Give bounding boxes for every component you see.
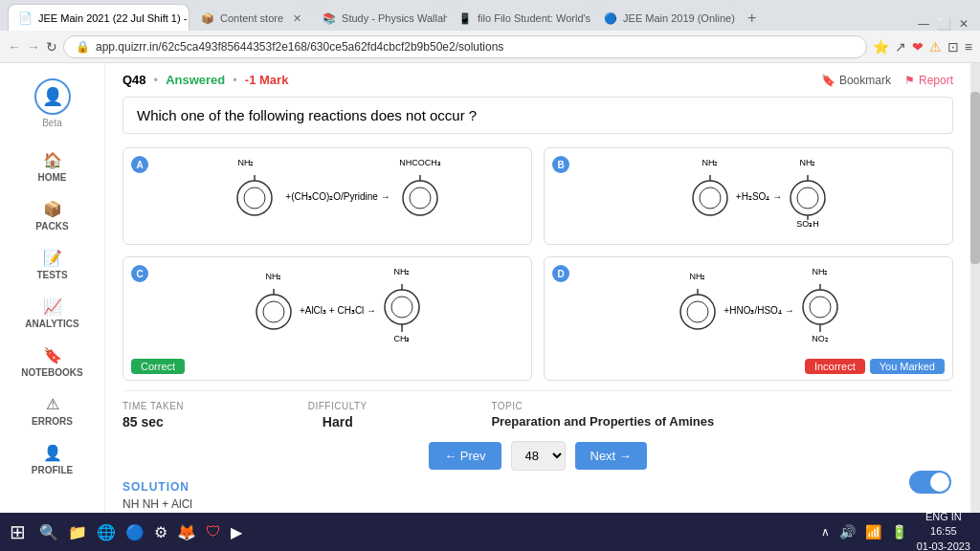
topic-value: Preparation and Properties of Amines	[491, 414, 714, 429]
option-b[interactable]: B NH₂ +H₂SO₄ → NH₂ SO₃H	[544, 147, 953, 245]
refresh-btn[interactable]: ↻	[46, 39, 57, 55]
svg-point-14	[797, 187, 818, 209]
speaker-icon[interactable]: 🔊	[839, 524, 856, 540]
scrollbar[interactable]	[970, 63, 980, 513]
tab-favicon-5: 🔵	[604, 12, 617, 25]
sidebar-item-home[interactable]: 🏠 HOME	[0, 143, 104, 190]
tab-close-2[interactable]: ✕	[293, 12, 301, 25]
svg-text:CH₃: CH₃	[394, 334, 411, 343]
youmarked-badge: You Marked	[870, 359, 945, 374]
tab-favicon: 📄	[18, 11, 33, 25]
options-grid: A NH₂ +(CH₃CO)₂O/Pyridine → NHCOCH₃	[122, 147, 953, 381]
sidebar-item-profile[interactable]: 👤 PROFILE	[0, 436, 104, 483]
tab-active[interactable]: 📄 JEE Main 2021 (22 Jul Shift 1) - C... …	[8, 4, 189, 31]
minimize-btn[interactable]: —	[918, 17, 929, 31]
share-icon[interactable]: ↗	[895, 39, 906, 55]
address-bar[interactable]: 🔒 app.quizrr.in/62c5ca493f85644353f2e168…	[63, 35, 867, 58]
sidebar-item-tests[interactable]: 📝 TESTS	[0, 241, 104, 288]
svg-text:NH₂: NH₂	[238, 158, 255, 167]
windows-btn[interactable]: ⊞	[10, 520, 26, 543]
bookmark-btn[interactable]: 🔖 Bookmark	[821, 74, 891, 87]
bookmark-star[interactable]: ⭐	[873, 39, 889, 55]
wifi-icon[interactable]: 📶	[865, 524, 881, 540]
chrome-taskbar-icon[interactable]: 🌐	[97, 523, 116, 541]
reagent-a: +(CH₃CO)₂O/Pyridine →	[285, 191, 390, 202]
edge-taskbar-icon[interactable]: 🔵	[125, 523, 145, 541]
sidebar: 👤 Beta 🏠 HOME 📦 PACKS 📝 TESTS 📈 ANALYTIC…	[0, 63, 105, 513]
minus-mark: -1 Mark	[245, 73, 289, 87]
app4-taskbar-icon[interactable]: ▶	[231, 523, 242, 541]
tab-label: JEE Main 2021 (22 Jul Shift 1) - C...	[38, 12, 189, 24]
option-c-label: C	[131, 265, 148, 282]
tab-favicon-2: 📦	[201, 12, 214, 25]
battery-icon[interactable]: 🔋	[891, 524, 907, 540]
sidebar-item-analytics[interactable]: 📈 ANALYTICS	[0, 290, 104, 337]
header-actions: 🔖 Bookmark ⚑ Report	[821, 74, 953, 87]
option-d[interactable]: D NH₂ +HNO₃/HSO₄ → NH₂ NO₂	[544, 256, 953, 381]
tab-favicon-4: 📱	[458, 12, 472, 25]
close-btn[interactable]: ✕	[959, 17, 969, 31]
option-c-content: NH₂ +AlCl₃ + CH₃Cl → NH₂ CH₃	[252, 267, 424, 353]
next-btn[interactable]: Next →	[575, 442, 647, 470]
menu-btn[interactable]: ≡	[965, 39, 972, 55]
svg-text:NH₂: NH₂	[812, 267, 828, 276]
option-a[interactable]: A NH₂ +(CH₃CO)₂O/Pyridine → NHCOCH₃	[122, 147, 532, 245]
file-taskbar-icon[interactable]: 📁	[68, 523, 87, 541]
url-text: app.quizrr.in/62c5ca493f85644353f2e168/6…	[96, 40, 503, 54]
question-header: Q48 • Answered • -1 Mark 🔖 Bookmark ⚑ Re…	[122, 73, 953, 87]
search-taskbar-icon[interactable]: 🔍	[39, 523, 58, 541]
back-btn[interactable]: ←	[8, 39, 21, 55]
option-c[interactable]: C NH₂ +AlCl₃ + CH₃Cl → NH₂ CH₃	[122, 256, 532, 381]
incorrect-badge: Incorrect	[805, 359, 865, 374]
app2-taskbar-icon[interactable]: 🦊	[177, 523, 196, 541]
tab-label-4: filo Filo Student: World's Only Live Ins…	[478, 12, 592, 24]
option-d-label: D	[552, 265, 569, 282]
sidebar-item-packs[interactable]: 📦 PACKS	[0, 192, 104, 239]
forward-btn[interactable]: →	[27, 39, 40, 55]
tab-filo[interactable]: 📱 filo Filo Student: World's Only Live I…	[449, 6, 592, 31]
option-d-content: NH₂ +HNO₃/HSO₄ → NH₂ NO₂	[676, 267, 841, 353]
benzene-a-reactant: NH₂	[229, 158, 281, 234]
benzene-c-reactant: NH₂	[252, 272, 296, 348]
eng-in: ENG IN	[917, 510, 970, 524]
window-btn[interactable]: ⊡	[947, 39, 959, 55]
tab-bar: 📄 JEE Main 2021 (22 Jul Shift 1) - C... …	[0, 0, 980, 31]
topic-label: TOPIC	[491, 401, 953, 411]
page-select[interactable]: 48	[511, 441, 566, 471]
date: 01-03-2023	[917, 540, 970, 551]
svg-point-20	[263, 301, 284, 322]
prev-btn[interactable]: ← Prev	[429, 442, 501, 470]
sidebar-logo: 👤 Beta	[34, 71, 71, 142]
option-b-label: B	[552, 156, 569, 173]
nav-controls: ← Prev 48 Next →	[122, 435, 953, 476]
report-btn[interactable]: ⚑ Report	[904, 74, 953, 87]
svg-point-10	[700, 187, 721, 209]
scrollbar-thumb[interactable]	[970, 92, 980, 264]
app1-taskbar-icon[interactable]: ⚙	[154, 523, 167, 541]
warning-icon[interactable]: ⚠	[929, 39, 942, 55]
benzene-d-reactant: NH₂	[676, 272, 720, 348]
benzene-c-product: NH₂ CH₃	[380, 267, 424, 353]
tab-content-store[interactable]: 📦 Content store ✕	[191, 6, 311, 31]
notebooks-label: NOTEBOOKS	[21, 367, 82, 378]
tab-physics-wallah[interactable]: 📚 Study - Physics Wallah ✕	[313, 6, 447, 31]
home-label: HOME	[38, 172, 67, 183]
new-tab-btn[interactable]: +	[740, 6, 764, 31]
option-a-content: NH₂ +(CH₃CO)₂O/Pyridine → NHCOCH₃	[229, 158, 446, 234]
svg-text:NHCOCH₃: NHCOCH₃	[399, 158, 441, 167]
heart-icon[interactable]: ❤	[912, 39, 924, 55]
tab-label-5: JEE Main 2019 (Online) 8th April Mor...	[623, 12, 738, 24]
svg-point-5	[403, 181, 437, 215]
app3-taskbar-icon[interactable]: 🛡	[206, 523, 221, 540]
sidebar-item-errors[interactable]: ⚠ ERRORS	[0, 387, 104, 434]
maximize-btn[interactable]: ⬜	[937, 17, 951, 31]
home-icon: 🏠	[43, 151, 62, 169]
tab-jee-2019[interactable]: 🔵 JEE Main 2019 (Online) 8th April Mor..…	[594, 6, 738, 31]
system-tray[interactable]: ∧	[821, 525, 830, 539]
toggle-switch[interactable]	[909, 471, 951, 494]
sidebar-item-notebooks[interactable]: 🔖 NOTEBOOKS	[0, 339, 104, 386]
difficulty-block: DIFFICULTY Hard	[222, 401, 453, 430]
browser-chrome: 📄 JEE Main 2021 (22 Jul Shift 1) - C... …	[0, 0, 980, 63]
benzene-d-product: NH₂ NO₂	[798, 267, 842, 353]
content-area: Q48 • Answered • -1 Mark 🔖 Bookmark ⚑ Re…	[105, 63, 970, 513]
